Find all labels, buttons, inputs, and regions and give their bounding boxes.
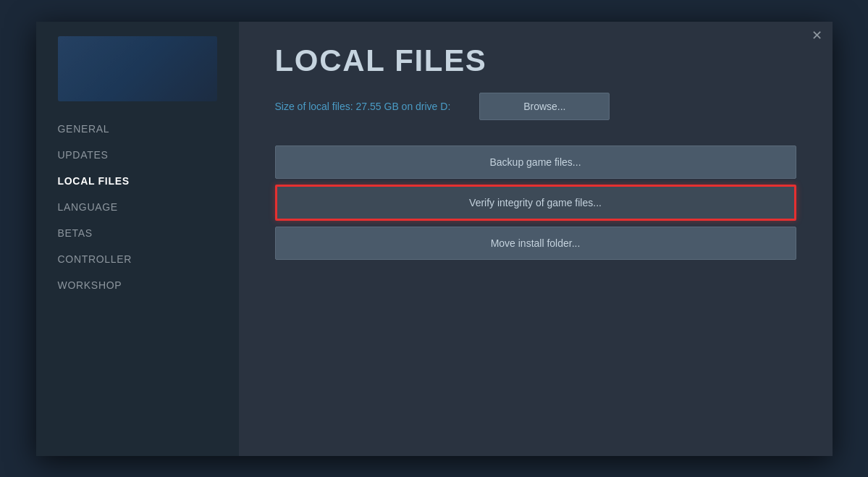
sidebar-item-controller[interactable]: CONTROLLER — [43, 246, 232, 272]
sidebar-item-workshop[interactable]: WORKSHOP — [43, 272, 232, 298]
sidebar-item-general[interactable]: GENERAL — [43, 116, 232, 142]
close-button[interactable]: ✕ — [812, 29, 822, 42]
file-size-info: Size of local files: 27.55 GB on drive D… — [275, 101, 451, 112]
main-content: LOCAL FILES Size of local files: 27.55 G… — [239, 22, 833, 456]
sidebar-item-betas[interactable]: BETAS — [43, 220, 232, 246]
file-size-value: 27.55 GB on drive D: — [356, 101, 451, 112]
verify-integrity-button[interactable]: Verify integrity of game files... — [275, 185, 796, 221]
file-size-label: Size of local files: — [275, 101, 353, 112]
sidebar-nav: GENERAL UPDATES LOCAL FILES LANGUAGE BET… — [36, 116, 239, 298]
browse-button[interactable]: Browse... — [479, 93, 610, 120]
file-size-row: Size of local files: 27.55 GB on drive D… — [275, 93, 796, 120]
dialog-body: GENERAL UPDATES LOCAL FILES LANGUAGE BET… — [36, 22, 833, 456]
backup-game-files-button[interactable]: Backup game files... — [275, 145, 796, 179]
game-thumbnail — [58, 36, 217, 101]
sidebar: GENERAL UPDATES LOCAL FILES LANGUAGE BET… — [36, 22, 239, 456]
page-title: LOCAL FILES — [275, 43, 796, 78]
steam-properties-dialog: ✕ GENERAL UPDATES LOCAL FILES LANGUAGE B… — [36, 22, 833, 456]
sidebar-item-updates[interactable]: UPDATES — [43, 142, 232, 168]
sidebar-item-language[interactable]: LANGUAGE — [43, 194, 232, 220]
actions-list: Backup game files... Verify integrity of… — [275, 145, 796, 260]
move-install-folder-button[interactable]: Move install folder... — [275, 227, 796, 260]
sidebar-item-local-files[interactable]: LOCAL FILES — [43, 168, 232, 194]
